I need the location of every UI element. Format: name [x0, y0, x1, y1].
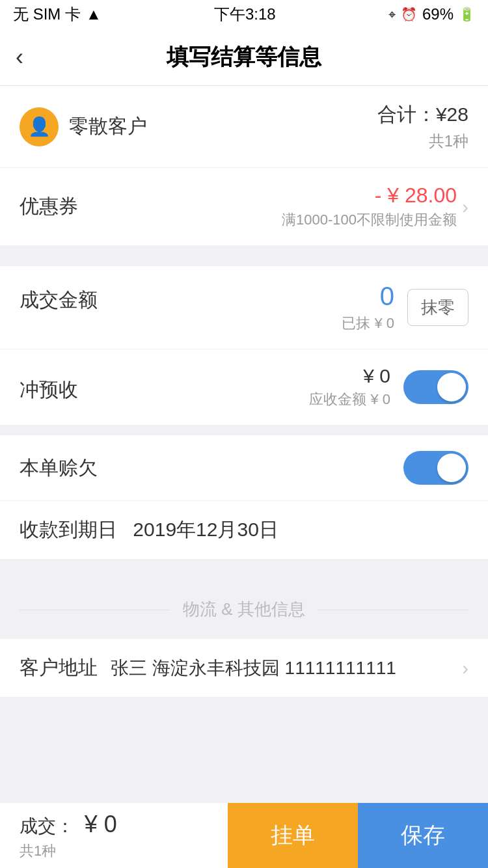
status-right: ⌖ ⏰ 69% 🔋 [388, 5, 475, 23]
page-title: 填写结算等信息 [167, 42, 321, 72]
address-chevron-icon: › [462, 657, 468, 679]
battery-label: 69% [422, 5, 454, 23]
customer-card: 👤 零散客户 合计：¥28 共1种 优惠券 - ¥ 28.00 满1000-10… [0, 86, 488, 245]
debt-row: 本单赊欠 [0, 435, 488, 500]
coupon-label: 优惠券 [20, 193, 78, 220]
due-date-label: 收款到期日 [20, 519, 117, 540]
section-divider-3 [0, 569, 488, 580]
status-left: 无 SIM 卡 ▲ [13, 4, 102, 25]
section-divider-1 [0, 256, 488, 266]
coupon-value-area: - ¥ 28.00 满1000-100不限制使用金额 [282, 183, 457, 230]
bottom-bar: 成交： ¥ 0 共1种 挂单 保存 [0, 803, 488, 868]
alarm-icon: ⏰ [401, 7, 417, 22]
transaction-note: 已抹 ¥ 0 [342, 314, 394, 333]
prepay-label: 冲预收 [20, 372, 78, 403]
customer-row: 👤 零散客户 合计：¥28 共1种 [0, 86, 488, 167]
summary-label: 成交： [20, 816, 74, 836]
address-label: 客户地址 [20, 655, 98, 681]
logistics-label: 物流 & 其他信息 [170, 598, 318, 621]
summary-amount: ¥ 0 [85, 811, 117, 837]
address-row[interactable]: 客户地址 张三 海淀永丰科技园 11111111111 › [0, 639, 488, 697]
hang-button[interactable]: 挂单 [228, 803, 358, 868]
customer-left: 👤 零散客户 [20, 107, 147, 146]
debt-label: 本单赊欠 [20, 455, 98, 481]
prepay-right: ¥ 0 应收金额 ¥ 0 [309, 365, 468, 409]
customer-name: 零散客户 [69, 113, 147, 140]
debt-toggle[interactable] [403, 451, 468, 485]
due-date-row[interactable]: 收款到期日 2019年12月30日 [0, 500, 488, 559]
coupon-description: 满1000-100不限制使用金额 [282, 210, 457, 230]
prepay-amount-area: ¥ 0 应收金额 ¥ 0 [309, 365, 390, 409]
transaction-label: 成交金额 [20, 282, 98, 314]
prepay-amount: ¥ 0 [309, 365, 390, 387]
total-amount: 合计：¥28 [377, 102, 468, 128]
prepay-row: 冲预收 ¥ 0 应收金额 ¥ 0 [0, 349, 488, 425]
prepay-toggle[interactable] [403, 370, 468, 404]
total-count: 共1种 [377, 131, 468, 152]
section-divider-2 [0, 425, 488, 435]
debt-toggle-knob [437, 454, 466, 482]
debt-section: 本单赊欠 收款到期日 2019年12月30日 [0, 435, 488, 559]
back-button[interactable]: ‹ [16, 44, 23, 71]
status-bar: 无 SIM 卡 ▲ 下午3:18 ⌖ ⏰ 69% 🔋 [0, 0, 488, 29]
nav-bar: ‹ 填写结算等信息 [0, 29, 488, 86]
battery-icon: 🔋 [459, 7, 475, 22]
location-icon: ⌖ [388, 7, 396, 22]
transaction-amount: 0 [342, 282, 394, 311]
toggle-knob [437, 373, 466, 401]
save-button[interactable]: 保存 [358, 803, 488, 868]
round-button[interactable]: 抹零 [407, 289, 468, 326]
transaction-section: 成交金额 0 已抹 ¥ 0 抹零 冲预收 ¥ 0 应收金额 ¥ 0 [0, 266, 488, 425]
summary-count: 共1种 [20, 841, 208, 861]
prepay-note: 应收金额 ¥ 0 [309, 390, 390, 409]
wifi-icon: ▲ [86, 5, 102, 23]
avatar: 👤 [20, 107, 59, 146]
due-date-value: 2019年12月30日 [133, 519, 278, 540]
summary-top-row: 成交： ¥ 0 [20, 811, 208, 839]
address-value: 张三 海淀永丰科技园 11111111111 [111, 656, 462, 681]
content-area: 👤 零散客户 合计：¥28 共1种 优惠券 - ¥ 28.00 满1000-10… [0, 86, 488, 824]
transaction-right: 0 已抹 ¥ 0 抹零 [342, 282, 468, 333]
logistics-section: 物流 & 其他信息 [0, 580, 488, 639]
bottom-summary: 成交： ¥ 0 共1种 [0, 811, 228, 861]
transaction-amount-row: 成交金额 0 已抹 ¥ 0 抹零 [0, 266, 488, 349]
coupon-right: - ¥ 28.00 满1000-100不限制使用金额 › [282, 183, 468, 230]
network-label: 无 SIM 卡 [13, 4, 81, 25]
status-time: 下午3:18 [214, 4, 276, 25]
person-icon: 👤 [28, 116, 51, 137]
coupon-row[interactable]: 优惠券 - ¥ 28.00 满1000-100不限制使用金额 › [0, 167, 488, 245]
chevron-right-icon: › [462, 196, 468, 218]
coupon-discount: - ¥ 28.00 [282, 183, 457, 208]
transaction-value-area: 0 已抹 ¥ 0 [342, 282, 394, 333]
customer-summary: 合计：¥28 共1种 [377, 102, 468, 152]
